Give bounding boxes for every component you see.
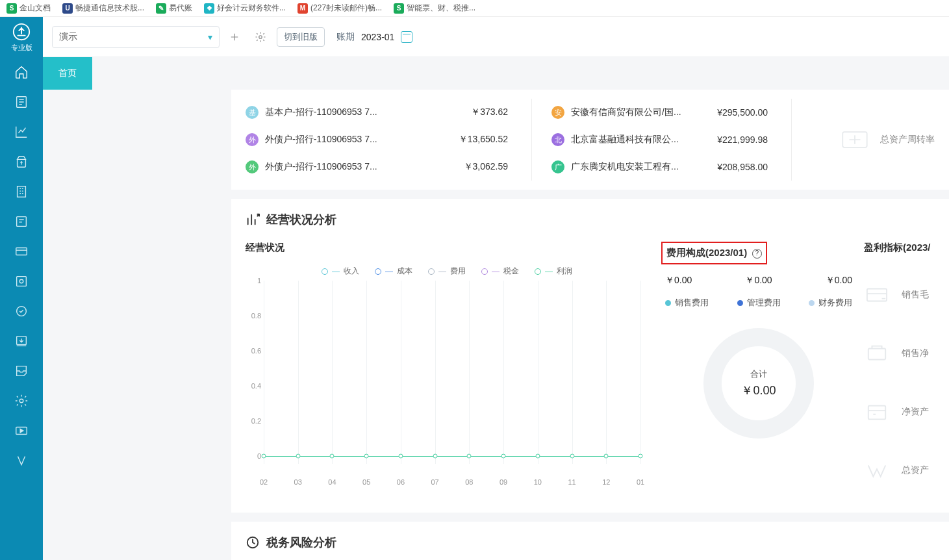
cost-legend-item[interactable]: 销售费用: [665, 297, 709, 309]
kpi-label: 总资产周转率: [880, 134, 935, 146]
sidebar-logo[interactable]: 专业版: [0, 17, 43, 57]
cost-values-row: ￥0.00￥0.00￥0.00: [661, 275, 856, 286]
tax-section: 税务风险分析: [231, 522, 949, 560]
donut-chart: 合计 ￥0.00: [703, 328, 814, 439]
legend-item[interactable]: —收入: [322, 266, 359, 277]
svg-rect-3: [17, 217, 27, 227]
profit-indicator-row[interactable]: 净资产: [864, 383, 935, 441]
sidebar-v-icon[interactable]: [0, 446, 43, 476]
svg-point-6: [19, 279, 23, 283]
sidebar-stamp-icon[interactable]: [0, 296, 43, 326]
legend-item[interactable]: —费用: [428, 266, 466, 277]
main-area: 基基本户-招行-110906953 7...￥373.62外外债户-招行-110…: [43, 57, 949, 560]
svg-rect-4: [16, 248, 27, 255]
sidebar-safe-icon[interactable]: [0, 266, 43, 296]
profit-panel-title: 盈利指标(2023/: [864, 242, 935, 254]
sidebar-ledger-icon[interactable]: [0, 87, 43, 117]
sidebar-export-icon[interactable]: [0, 326, 43, 356]
help-icon[interactable]: ?: [752, 249, 762, 259]
list-item[interactable]: 广广东腾安机电安装工程有...¥208,958.00: [551, 153, 791, 181]
cost-value: ￥0.00: [826, 275, 852, 286]
customers-column: 安安徽有信商贸有限公司/国...¥295,500.00北北京富基融通科技有限公.…: [531, 99, 791, 181]
svg-rect-14: [868, 348, 885, 359]
sidebar-settings-icon[interactable]: [0, 386, 43, 416]
calendar-icon: [401, 31, 412, 43]
bookmark-item[interactable]: ✎易代账: [156, 3, 192, 14]
tax-title: 税务风险分析: [246, 535, 935, 550]
analysis-section: 经营状况分析 经营状况 —收入—成本—费用—税金—利润 00.20.40.60.…: [231, 199, 949, 513]
kpi-column: 总资产周转率: [791, 99, 935, 181]
svg-rect-5: [17, 277, 27, 286]
cost-value: ￥0.00: [665, 275, 692, 286]
list-item[interactable]: 北北京富基融通科技有限公...¥221,999.98: [551, 126, 791, 153]
company-name: 演示: [59, 31, 77, 43]
sidebar-card-icon[interactable]: [0, 236, 43, 266]
bookmark-item[interactable]: ❖好会计云财务软件...: [204, 3, 286, 14]
cost-legend: 销售费用管理费用财务费用: [661, 297, 856, 309]
sidebar: 专业版: [0, 17, 43, 560]
period-picker[interactable]: 账期 2023-01: [336, 31, 412, 43]
bookmark-item[interactable]: M(227封未读邮件)畅...: [297, 3, 382, 14]
legend-item[interactable]: —利润: [535, 266, 572, 277]
line-chart: 00.20.40.60.81020304050607080910111201: [264, 281, 640, 476]
profit-indicator-row[interactable]: 销售净: [864, 324, 935, 383]
sidebar-home-icon[interactable]: [0, 57, 43, 87]
svg-rect-13: [867, 289, 887, 301]
sidebar-chart-icon[interactable]: [0, 117, 43, 147]
sidebar-receipt-icon[interactable]: [0, 207, 43, 236]
cost-panel-title: 费用构成(2023/01): [666, 247, 747, 258]
sidebar-building-icon[interactable]: [0, 177, 43, 207]
profit-indicator-row[interactable]: 销售毛: [864, 266, 935, 324]
sidebar-money-icon[interactable]: [0, 147, 43, 177]
bar-chart-icon: [246, 212, 260, 227]
list-item[interactable]: 外外债户-招行-110906953 7...￥13,650.52: [246, 126, 531, 153]
bookmark-item[interactable]: S金山文档: [6, 3, 51, 14]
highlighted-title-box: 费用构成(2023/01) ?: [661, 242, 767, 264]
add-button[interactable]: [223, 26, 246, 48]
sidebar-video-icon[interactable]: [0, 416, 43, 446]
switch-old-version-button[interactable]: 切到旧版: [277, 27, 325, 47]
legend-item[interactable]: —成本: [375, 266, 412, 277]
list-item[interactable]: 外外债户-招行-110906953 7...￥3,062.59: [246, 153, 531, 181]
svg-rect-15: [868, 406, 885, 420]
line-chart-panel: 经营状况 —收入—成本—费用—税金—利润 00.20.40.60.8102030…: [246, 242, 648, 500]
header: 演示 ▾ 切到旧版 账期 2023-01: [43, 17, 949, 57]
turnover-icon: [841, 129, 868, 151]
cost-legend-item[interactable]: 管理费用: [737, 297, 781, 309]
bank-accounts-column: 基基本户-招行-110906953 7...￥373.62外外债户-招行-110…: [246, 99, 531, 181]
list-item[interactable]: 基基本户-招行-110906953 7...￥373.62: [246, 99, 531, 126]
profit-panel: 盈利指标(2023/ 销售毛销售净净资产总资产: [856, 242, 935, 500]
cost-legend-item[interactable]: 财务费用: [809, 297, 852, 309]
cost-value: ￥0.00: [745, 275, 772, 286]
clock-icon: [246, 535, 260, 550]
list-item[interactable]: 安安徽有信商贸有限公司/国...¥295,500.00: [551, 99, 791, 126]
analysis-title: 经营状况分析: [246, 212, 935, 227]
period-label: 账期: [336, 31, 355, 43]
line-chart-legend: —收入—成本—费用—税金—利润: [246, 266, 648, 277]
svg-rect-2: [18, 186, 26, 197]
bookmark-item[interactable]: U畅捷通信息技术股...: [62, 3, 144, 14]
line-chart-title: 经营状况: [246, 242, 648, 254]
profit-indicator-row[interactable]: 总资产: [864, 441, 935, 500]
bookmark-bar: S金山文档U畅捷通信息技术股...✎易代账❖好会计云财务软件...M(227封未…: [0, 0, 949, 17]
gear-icon[interactable]: [249, 26, 272, 48]
chevron-down-icon: ▾: [208, 32, 212, 42]
bookmark-item[interactable]: S智能票、财、税推...: [394, 3, 475, 14]
donut-total-value: ￥0.00: [741, 383, 776, 398]
sidebar-brand-text: 专业版: [11, 43, 32, 53]
svg-point-9: [19, 399, 23, 403]
svg-point-11: [259, 35, 262, 38]
company-selector[interactable]: 演示 ▾: [52, 26, 220, 48]
legend-item[interactable]: —税金: [481, 266, 519, 277]
donut-total-label: 合计: [750, 368, 767, 380]
cost-panel: 费用构成(2023/01) ? ￥0.00￥0.00￥0.00 销售费用管理费用…: [648, 242, 856, 500]
sidebar-inbox-icon[interactable]: [0, 356, 43, 386]
period-value: 2023-01: [361, 32, 394, 42]
overview-card: 基基本户-招行-110906953 7...￥373.62外外债户-招行-110…: [231, 90, 949, 190]
